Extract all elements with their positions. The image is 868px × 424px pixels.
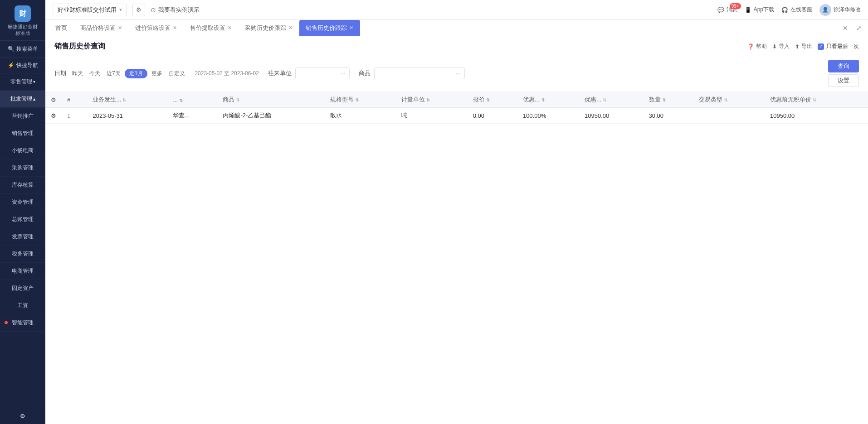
table-container: ⚙ # 业务发生...⇅ ...⇅ 商品⇅ 规格型号⇅ 计量单位⇅ 报价⇅ 优惠…: [45, 92, 868, 124]
settings-button[interactable]: 设置: [828, 74, 859, 87]
tab-sales-history[interactable]: 销售历史价跟踪 ✕: [299, 20, 360, 36]
sidebar-item-marketing[interactable]: 营销推广: [0, 108, 45, 125]
date-today[interactable]: 今天: [87, 69, 102, 78]
only-last-checkbox[interactable]: ✓ 只看最后一次: [818, 43, 859, 50]
date-1month[interactable]: 近1月: [125, 69, 148, 78]
sidebar-quick-nav[interactable]: ⚡ 快捷导航: [0, 58, 45, 73]
col-price[interactable]: 报价⇅: [468, 92, 517, 108]
sidebar-item-account[interactable]: 总账管理: [0, 211, 45, 228]
version-label: 好业财标准版交付试用: [58, 6, 117, 14]
tab-home[interactable]: 首页: [49, 20, 74, 36]
tab-close-icon[interactable]: ✕: [228, 25, 232, 31]
table-row[interactable]: ⚙ 1 2023-05-31 华查... 丙烯酸-2-乙基己酯 散水 吨 0.0…: [45, 108, 868, 124]
date-custom[interactable]: 自定义: [166, 69, 187, 78]
goods-more-icon[interactable]: ···: [455, 70, 461, 77]
date-field: 日期 昨天 今天 近7天 近1月 更多 自定义 2023-05-02 至 202…: [54, 69, 259, 78]
col-spec[interactable]: 规格型号⇅: [325, 92, 396, 108]
tab-close-icon[interactable]: ✕: [173, 25, 177, 31]
tab-close-icon[interactable]: ✕: [118, 25, 122, 31]
col-date[interactable]: 业务发生...⇅: [87, 92, 167, 108]
sidebar-item-payroll[interactable]: 工资: [0, 297, 45, 314]
tab-maximize-button[interactable]: ⤢: [853, 23, 864, 34]
tab-bar-controls: ✕ ⤢: [840, 23, 864, 34]
tab-price[interactable]: 商品价格设置 ✕: [74, 20, 129, 36]
user-name: 徐泽华修改: [834, 6, 861, 14]
tab-purchase-strategy[interactable]: 进价策略设置 ✕: [129, 20, 184, 36]
date-more[interactable]: 更多: [149, 69, 165, 78]
sidebar-item-label: 发票管理: [12, 233, 34, 241]
user-info[interactable]: 👤 徐泽华修改: [819, 4, 861, 16]
message-button[interactable]: 💬 消息 99+: [717, 6, 737, 14]
sidebar-item-wholesale[interactable]: 批发管理 ▴: [0, 91, 45, 108]
col-gear[interactable]: ⚙: [45, 92, 62, 108]
sidebar-item-label: 电商管理: [12, 267, 34, 275]
col-extra[interactable]: ...⇅: [167, 92, 217, 108]
sidebar-item-finance[interactable]: 资金管理: [0, 194, 45, 211]
date-range-display: 2023-05-02 至 2023-06-02: [195, 70, 258, 77]
date-label: 日期: [54, 69, 66, 77]
tab-close-button[interactable]: ✕: [840, 23, 851, 34]
sidebar-item-label: 固定资产: [12, 284, 34, 292]
quick-nav-label: 快捷导航: [16, 62, 38, 69]
source-unit-input[interactable]: ···: [295, 67, 350, 79]
col-trans-type[interactable]: 交易类型⇅: [693, 92, 765, 108]
chevron-up-icon: ▴: [33, 96, 35, 101]
tab-close-icon[interactable]: ✕: [349, 25, 353, 31]
cell-discount1: 100.00%: [517, 108, 579, 124]
app-download-button[interactable]: 📱 App下载: [745, 6, 774, 14]
sidebar-search[interactable]: 🔍 搜索菜单: [0, 41, 45, 58]
avatar: 👤: [819, 4, 831, 16]
col-discount1[interactable]: 优惠...⇅: [517, 92, 579, 108]
sidebar-item-label: 采购管理: [12, 164, 34, 172]
query-button[interactable]: 查询: [828, 60, 859, 72]
goods-input[interactable]: ···: [374, 67, 465, 79]
tab-purchase-history[interactable]: 采购历史价跟踪 ✕: [239, 20, 299, 36]
tab-price-extract[interactable]: 售价提取设置 ✕: [184, 20, 239, 36]
settings-button[interactable]: ⚙: [132, 4, 145, 16]
import-button[interactable]: ⬇ 导入: [772, 43, 790, 50]
col-quantity[interactable]: 数量⇅: [644, 92, 693, 108]
sidebar-item-ecommerce-small[interactable]: 小畅电商: [0, 142, 45, 159]
sidebar-item-smart[interactable]: 智能管理: [0, 314, 45, 332]
sidebar-item-invoice[interactable]: 发票管理: [0, 228, 45, 246]
main-area: 好业财标准版交付试用 ▾ ⚙ ⊙ 我要看实例演示 💬 消息 99+ 📱 App下…: [45, 0, 868, 424]
online-service-button[interactable]: 🎧 在线客服: [781, 6, 812, 14]
sidebar-item-ecommerce[interactable]: 电商管理: [0, 263, 45, 280]
top-bar-right: 💬 消息 99+ 📱 App下载 🎧 在线客服 👤 徐泽华修改: [717, 4, 861, 16]
sidebar-item-tax[interactable]: 税务管理: [0, 246, 45, 263]
cell-gear[interactable]: ⚙: [45, 108, 62, 124]
date-7days[interactable]: 近7天: [104, 69, 123, 78]
sidebar-item-label: 智能管理: [12, 319, 34, 327]
source-unit-label: 往来单位: [268, 69, 292, 77]
page-title: 销售历史价查询: [54, 42, 105, 51]
col-goods[interactable]: 商品⇅: [217, 92, 325, 108]
col-num: #: [62, 92, 87, 108]
tab-label: 销售历史价跟踪: [306, 24, 347, 32]
version-select[interactable]: 好业财标准版交付试用 ▾: [53, 4, 127, 16]
cell-date: 2023-05-31: [87, 108, 167, 124]
page-header: 销售历史价查询 ❓ 帮助 ⬇ 导入 ⬆ 导出 ✓ 只看最后一次: [45, 36, 868, 55]
sidebar-item-purchase[interactable]: 采购管理: [0, 159, 45, 177]
source-unit-more-icon[interactable]: ···: [340, 70, 346, 77]
sidebar-item-fixed-assets[interactable]: 固定资产: [0, 280, 45, 297]
tab-label: 进价策略设置: [135, 24, 171, 32]
col-pretax-price[interactable]: 优惠前无税单价⇅: [765, 92, 868, 108]
export-button[interactable]: ⬆ 导出: [795, 43, 812, 50]
sidebar-item-retail[interactable]: 零售管理 ▾: [0, 73, 45, 91]
col-unit[interactable]: 计量单位⇅: [396, 92, 467, 108]
tab-close-icon[interactable]: ✕: [288, 25, 293, 31]
app-logo-icon: 财: [15, 5, 31, 22]
date-yesterday[interactable]: 昨天: [70, 69, 85, 78]
sidebar-settings-button[interactable]: ⚙: [0, 408, 45, 424]
chevron-down-icon: ▾: [119, 7, 122, 13]
settings-icon: ⚙: [20, 413, 25, 419]
cell-discount2: 10950.00: [579, 108, 643, 124]
help-button[interactable]: ❓ 帮助: [747, 43, 767, 50]
tab-label: 售价提取设置: [190, 24, 225, 32]
demo-button[interactable]: ⊙ 我要看实例演示: [151, 6, 200, 14]
col-discount2[interactable]: 优惠...⇅: [579, 92, 643, 108]
sidebar-item-inventory[interactable]: 库存核算: [0, 177, 45, 194]
avatar-icon: 👤: [822, 7, 829, 13]
sidebar-item-label: 总账管理: [12, 216, 34, 223]
sidebar-item-sales[interactable]: 销售管理: [0, 125, 45, 142]
